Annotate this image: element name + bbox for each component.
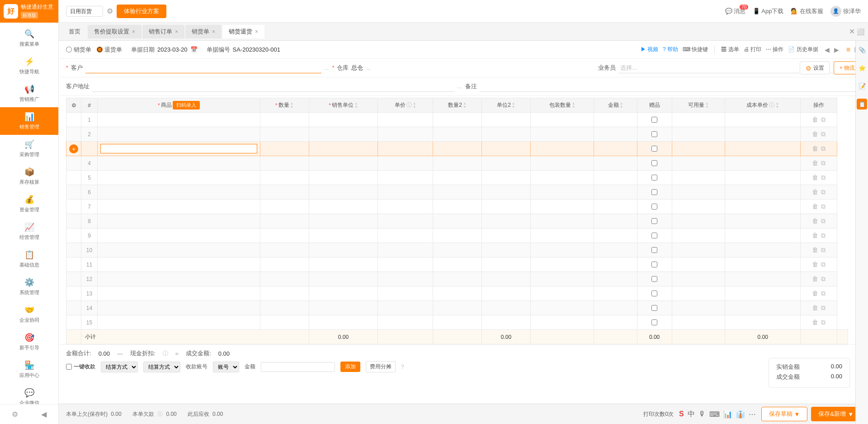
list-view-btn[interactable]: ≡ bbox=[845, 45, 851, 55]
delete-row-btn[interactable]: 🗑 bbox=[812, 188, 818, 196]
copy-row-btn[interactable]: ⧉ bbox=[821, 319, 826, 326]
gift-checkbox[interactable] bbox=[651, 291, 657, 296]
sidebar-item-newbie[interactable]: 🎯 新手引导 bbox=[0, 328, 58, 356]
sidebar-item-search[interactable]: 🔍 搜索菜单 bbox=[0, 24, 58, 52]
sidebar-settings-btn[interactable]: ⚙ bbox=[10, 408, 20, 420]
side-panel-btn-4[interactable]: 📋 bbox=[857, 99, 867, 110]
gift-checkbox[interactable] bbox=[651, 233, 657, 238]
tool-s-icon[interactable]: S bbox=[679, 410, 684, 418]
tab-sales-order[interactable]: 销售订单 × bbox=[142, 25, 184, 38]
warehouse-select-dots[interactable]: ... bbox=[366, 65, 370, 71]
sidebar-item-system[interactable]: ⚙️ 系统管理 bbox=[0, 273, 58, 300]
sidebar-item-basic[interactable]: 📋 基础信息 bbox=[0, 245, 58, 273]
fee-split-btn[interactable]: 费用分摊 bbox=[366, 361, 396, 372]
calculation-select[interactable]: 结算方式 bbox=[143, 362, 180, 372]
account-select[interactable]: 账号 bbox=[213, 362, 239, 372]
remark-input[interactable] bbox=[480, 81, 861, 92]
gift-checkbox[interactable] bbox=[651, 175, 657, 181]
discount-info-icon[interactable]: ⓘ bbox=[163, 350, 168, 357]
sidebar-collapse-btn[interactable]: ◀ bbox=[39, 408, 48, 420]
sidebar-item-shortcut[interactable]: ⚡ 快捷导航 bbox=[0, 52, 58, 80]
radio-sales[interactable]: 销货单 bbox=[66, 46, 91, 54]
save-new-btn[interactable]: 保存&新增 ▼ bbox=[811, 407, 861, 421]
side-panel-btn-3[interactable]: 📝 bbox=[857, 81, 867, 91]
amount-input[interactable] bbox=[261, 362, 335, 372]
address-select-dots[interactable]: ... bbox=[457, 83, 462, 90]
nav-gear-icon[interactable]: ⚙ bbox=[107, 7, 113, 15]
gift-checkbox[interactable] bbox=[651, 276, 657, 282]
sidebar-item-finance[interactable]: 💰 资金管理 bbox=[0, 190, 58, 218]
next-record-btn[interactable]: ▶ bbox=[832, 45, 841, 54]
gift-checkbox[interactable] bbox=[651, 204, 657, 210]
tab-close-sales-delivery[interactable]: × bbox=[212, 29, 215, 35]
delete-row-btn[interactable]: 🗑 bbox=[812, 290, 818, 297]
experience-btn[interactable]: 体验行业方案 bbox=[117, 5, 166, 18]
copy-row-btn[interactable]: ⧉ bbox=[821, 188, 826, 196]
gift-checkbox[interactable] bbox=[651, 160, 657, 166]
gift-checkbox[interactable] bbox=[651, 189, 657, 195]
delete-row-btn[interactable]: 🗑 bbox=[812, 304, 818, 312]
gift-checkbox[interactable] bbox=[651, 319, 657, 325]
print-btn[interactable]: 🖨 打印 bbox=[744, 46, 761, 53]
tab-sales-delivery[interactable]: 销货单 × bbox=[185, 25, 222, 38]
maximize-icon[interactable]: ⬜ bbox=[857, 28, 864, 35]
delete-row-btn[interactable]: 🗑 bbox=[812, 130, 818, 138]
operate-btn[interactable]: ⋯ 操作 bbox=[766, 46, 783, 53]
gift-checkbox[interactable] bbox=[651, 247, 657, 253]
nav-select[interactable]: 日用百货 bbox=[66, 6, 103, 17]
tab-close-price-setting[interactable]: × bbox=[132, 29, 135, 35]
tab-price-setting[interactable]: 售价提取设置 × bbox=[88, 25, 142, 38]
delete-row-btn[interactable]: 🗑 bbox=[812, 217, 818, 225]
price-info-icon[interactable]: ⓘ bbox=[406, 101, 412, 109]
online-service-btn[interactable]: 💁 在线客服 bbox=[791, 7, 823, 15]
history-btn[interactable]: 📄 历史单据 bbox=[788, 46, 818, 53]
delete-row-btn[interactable]: 🗑 bbox=[812, 319, 818, 326]
sidebar-item-marketing[interactable]: 📢 营销推广 bbox=[0, 80, 58, 107]
address-input[interactable] bbox=[92, 81, 454, 92]
copy-row-btn[interactable]: ⧉ bbox=[821, 145, 826, 152]
one-click-payment-check[interactable]: 一键收款 bbox=[66, 363, 95, 371]
delete-row-btn[interactable]: 🗑 bbox=[812, 116, 818, 124]
copy-row-btn[interactable]: ⧉ bbox=[821, 130, 826, 138]
add-row-btn[interactable]: + bbox=[69, 144, 78, 153]
copy-row-btn[interactable]: ⧉ bbox=[821, 246, 826, 254]
copy-row-btn[interactable]: ⧉ bbox=[821, 217, 826, 225]
sidebar-item-wechat[interactable]: 💬 企业微信 bbox=[0, 383, 58, 404]
settlement-select[interactable]: 结算方式 bbox=[101, 362, 138, 372]
delete-row-btn[interactable]: 🗑 bbox=[812, 159, 818, 167]
save-draft-btn[interactable]: 保存草稿 ▼ bbox=[761, 407, 808, 421]
calendar-icon[interactable]: 📅 bbox=[190, 46, 198, 53]
side-panel-btn-2[interactable]: ⭐ bbox=[857, 62, 867, 73]
copy-row-btn[interactable]: ⧉ bbox=[821, 174, 826, 181]
tool-more-icon[interactable]: ⋯ bbox=[749, 410, 756, 419]
add-payment-btn[interactable]: 添加 bbox=[340, 362, 360, 372]
sidebar-item-sales[interactable]: 📊 销售管理 bbox=[0, 107, 58, 135]
gift-checkbox-2[interactable] bbox=[651, 131, 657, 137]
cost-price-info-icon[interactable]: ⓘ bbox=[769, 101, 774, 109]
sidebar-item-appstore[interactable]: 🏪 应用中心 bbox=[0, 356, 58, 383]
sidebar-item-operation[interactable]: 📈 经营管理 bbox=[0, 218, 58, 245]
tool-shirt-icon[interactable]: 👔 bbox=[736, 410, 745, 419]
product-input-active[interactable] bbox=[100, 144, 257, 153]
gift-checkbox[interactable] bbox=[651, 218, 657, 224]
col-gear-icon[interactable]: ⚙ bbox=[71, 102, 76, 109]
shortcuts-btn[interactable]: ⌨ 快捷键 bbox=[683, 46, 708, 53]
close-tab-icon[interactable]: ✕ bbox=[849, 27, 855, 36]
delete-row-btn[interactable]: 🗑 bbox=[812, 232, 818, 239]
tab-close-sales-order[interactable]: × bbox=[175, 29, 178, 35]
gift-checkbox-active[interactable] bbox=[651, 146, 657, 152]
sidebar-item-inventory[interactable]: 📦 库存核算 bbox=[0, 162, 58, 190]
user-profile[interactable]: 👤 徐泽华 bbox=[830, 6, 861, 17]
fee-help-icon[interactable]: ? bbox=[401, 364, 404, 370]
scan-input-btn[interactable]: 扫码录入 bbox=[173, 101, 200, 110]
gift-checkbox[interactable] bbox=[651, 262, 657, 267]
sidebar-item-enterprise[interactable]: 🤝 企业协同 bbox=[0, 300, 58, 328]
radio-return[interactable]: 退货单 bbox=[97, 46, 122, 54]
delete-row-btn[interactable]: 🗑 bbox=[812, 145, 818, 152]
delete-row-btn[interactable]: 🗑 bbox=[812, 261, 818, 268]
copy-row-btn[interactable]: ⧉ bbox=[821, 159, 826, 167]
copy-row-btn[interactable]: ⧉ bbox=[821, 304, 826, 312]
copy-row-btn[interactable]: ⧉ bbox=[821, 290, 826, 297]
app-download-btn[interactable]: 📱 App下载 bbox=[753, 7, 783, 15]
tab-home[interactable]: 首页 bbox=[62, 25, 87, 38]
